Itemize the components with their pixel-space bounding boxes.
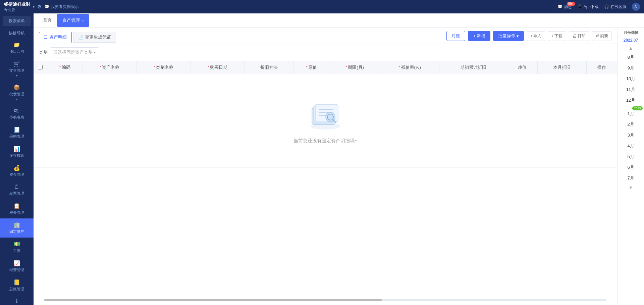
app-download-button[interactable]: 📱 App下载 [577,4,599,10]
batch-button[interactable]: 批量操作 ▾ [493,31,524,41]
assets-icon: 🏢 [13,222,20,228]
month-item-11[interactable]: 11月 [619,84,643,95]
sidebar-label-invoice: 发票管理 [9,191,24,196]
sidebar-item-purchase[interactable]: 🧾 采购管理 [0,123,34,142]
month-item-6[interactable]: 6月 [619,162,643,173]
tab-assets[interactable]: 资产管理 × [57,14,89,27]
th-period: *期限(月) [329,61,380,74]
month-item-10[interactable]: 10月 [619,73,643,84]
sidebar-item-project[interactable]: 📁 项目合同 [0,38,34,57]
sidebar-item-ledger[interactable]: 📒 总账管理 [0,276,34,295]
scrollbar-thumb [44,299,382,301]
th-name: *资产名称 [83,61,137,74]
tax-icon: 📋 [13,203,20,209]
category-dropdown[interactable]: 请选择固定资产类别 ▾ [50,47,99,57]
month-item-9[interactable]: 9月 [619,63,643,73]
tab-bar: 首页 资产管理 × [34,13,644,28]
month-item-5[interactable]: 5月 [619,151,643,162]
main-layout: 搜索菜单 快捷导航 📁 项目合同 🛒 零售管理 ▾ 📦 批发管理 ▾ 🛍 小畅电… [0,13,644,305]
batch-arrow-icon: ▾ [517,34,519,39]
print-button[interactable]: 🖨 打印 [569,31,589,41]
refresh-button[interactable]: ↺ 刷新 [592,31,612,41]
company-dropdown[interactable]: ▾ [33,5,35,9]
select-all-checkbox[interactable] [38,65,43,69]
online-service-button[interactable]: 🎧 在线客服 [604,4,627,10]
online-service-label: 在线客服 [610,4,627,10]
demo-link[interactable]: 💬 我要看实例演示 [44,4,79,10]
sidebar-label-ledger: 总账管理 [9,287,24,292]
wholesale-arrow-icon: ▾ [16,98,18,101]
sidebar-item-retail[interactable]: 🛒 零售管理 ▾ [0,57,34,81]
month-item-8[interactable]: 8月 [619,52,643,63]
category-placeholder: 请选择固定资产类别 [53,49,93,55]
ledger-icon: 📒 [13,279,20,286]
search-menu-button[interactable]: 搜索菜单 [3,16,31,26]
table-container: *编码 *资产名称 *类别名称 *购买日期 折旧方法 *原值 *期限(月) *残… [34,61,617,296]
sidebar-item-wholesale[interactable]: 📦 批发管理 ▾ [0,81,34,104]
invoice-icon: 🗒 [14,184,19,190]
th-operation: 操作 [586,61,617,74]
download-button[interactable]: ↓ 下载 [548,31,566,41]
tab-home[interactable]: 首页 [38,14,57,27]
print-label: 打印 [578,33,586,39]
month-item-2[interactable]: 2月 [619,119,643,130]
add-button[interactable]: + 新增 [468,31,490,41]
sidebar-item-salary[interactable]: 💵 工资 [0,238,34,257]
download-label: 下载 [554,33,562,39]
tab-close-icon[interactable]: × [82,18,84,22]
sidebar-label-operations: 经营管理 [9,267,24,272]
sidebar-item-ecommerce[interactable]: 🛍 小畅电商 [0,104,34,123]
tab-home-label: 首页 [43,17,52,23]
user-avatar[interactable]: Ai [632,3,640,11]
ecommerce-icon: 🛍 [14,108,19,114]
salary-icon: 💵 [13,241,20,247]
sidebar-item-finance[interactable]: 💰 资金管理 [0,161,34,181]
filter-category: 类别 请选择固定资产类别 ▾ [39,47,99,57]
settings-button[interactable]: ⚙ [37,4,42,9]
sidebar-item-invoice[interactable]: 🗒 发票管理 [0,181,34,199]
empty-illustration [305,98,345,131]
sidebar-quicknav[interactable]: 快捷导航 [0,29,34,38]
app-download-label: App下载 [584,4,599,10]
content-area: 首页 资产管理 × ☰ 资产明细 📄 [34,13,644,305]
message-badge: 99+ [567,2,575,6]
wholesale-icon: 📦 [13,84,20,91]
app-title-block: 畅捷通好业财 专业版 [4,1,30,12]
sidebar-item-basics[interactable]: ℹ 基础信息 [0,295,34,305]
month-item-3[interactable]: 3月 [619,130,643,141]
sidebar-item-inventory[interactable]: 📊 库存核算 [0,142,34,161]
sub-tab-voucher[interactable]: 📄 变更生成凭证 [73,32,116,43]
sidebar-label-purchase: 采购管理 [9,134,24,139]
th-checkbox [34,61,47,74]
horizontal-scrollbar[interactable] [44,299,606,301]
th-depreciation-method: 折旧方法 [245,61,293,74]
sidebar-item-operations[interactable]: 📈 经营管理 [0,257,34,276]
refresh-label: 刷新 [600,33,608,39]
month-nav-up[interactable]: ▲ [627,44,635,52]
month-item-4[interactable]: 4月 [619,141,643,151]
sidebar-label-project: 项目合同 [9,49,24,54]
empty-text: 当前您还没有固定资产明细哦~ [293,138,357,144]
sidebar-label-ecommerce: 小畅电商 [9,115,24,120]
message-button[interactable]: 💬 消息 99+ [557,4,572,10]
add-label: 新增 [477,33,485,39]
retail-icon: 🛒 [13,61,20,67]
duizhang-button[interactable]: 对账 [446,31,465,41]
asset-detail-icon: ☰ [44,35,48,40]
message-icon: 💬 [557,4,562,9]
month-item-12[interactable]: 12月 [619,95,643,106]
month-panel-title: 月份选择 [622,28,640,37]
user-name: Ai [635,5,638,9]
sub-tab-asset-detail[interactable]: ☰ 资产明细 [39,32,72,43]
tab-assets-label: 资产管理 [62,17,80,23]
sidebar-item-assets[interactable]: 🏢 固定资产 [0,218,34,238]
sidebar-item-tax[interactable]: 📋 税务管理 [0,199,34,218]
year-2023-wrapper: 2023 [618,106,644,108]
empty-state: 当前您还没有固定资产明细哦~ [36,78,614,164]
page-content: ☰ 资产明细 📄 变更生成凭证 对账 + 新增 [34,28,644,305]
sub-tab-voucher-label: 变更生成凭证 [85,34,111,40]
month-item-7[interactable]: 7月 [619,173,643,184]
import-button[interactable]: ↑ 导入 [527,31,545,41]
service-icon: 🎧 [604,4,609,9]
month-nav-down[interactable]: ▼ [627,184,635,192]
